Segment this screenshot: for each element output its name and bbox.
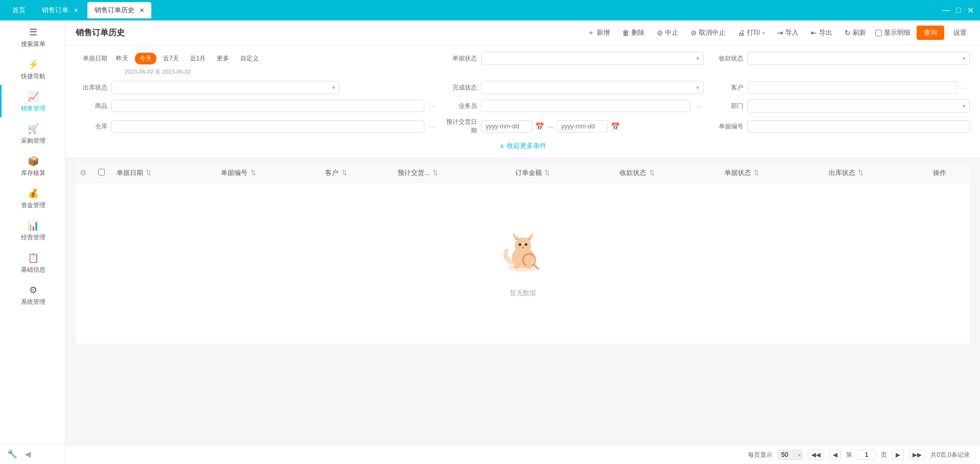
sidebar-item-label-sales-mgmt: 销售管理	[21, 104, 45, 113]
delete-icon: 🗑	[622, 29, 629, 37]
stop-label: 中止	[665, 28, 678, 37]
salesperson-dots[interactable]: ···	[694, 101, 703, 111]
order-no-input[interactable]	[747, 120, 970, 132]
tab-home[interactable]: 首页	[5, 2, 33, 18]
filter-order-no-group: 单据编号	[712, 120, 970, 132]
delivery-end-input[interactable]	[557, 120, 608, 132]
first-page-button[interactable]: ◀◀	[808, 450, 824, 460]
order-no-control	[747, 120, 970, 132]
table-settings-icon[interactable]: ⚙	[80, 168, 86, 177]
sidebar-item-ops-mgmt[interactable]: 📊 经营管理	[0, 214, 65, 246]
delivery-control: 📅 — 📅	[481, 120, 703, 132]
salesperson-input[interactable]	[481, 100, 691, 112]
sidebar-item-sales-mgmt[interactable]: 📈 销售管理	[0, 85, 65, 117]
out-status-select[interactable]: 未出库 部分出库 已出库	[111, 81, 339, 94]
payment-status-select[interactable]: 未收款 部分收款 已收款	[747, 52, 970, 65]
th-out-status-sort-icon[interactable]: ⇅	[858, 169, 863, 176]
minimize-button[interactable]: —	[941, 5, 951, 16]
last-page-button[interactable]: ▶▶	[909, 450, 925, 460]
th-payment-status-sort-icon[interactable]: ⇅	[649, 169, 655, 176]
print-icon: 🖨	[738, 29, 745, 37]
warehouse-input[interactable]	[111, 120, 424, 132]
th-no-sort-icon[interactable]: ⇅	[250, 169, 256, 176]
filter-area: 单据日期 昨天 今天 近7天 近1月 更多 自定义 单据状态	[65, 46, 980, 158]
cancel-stop-button[interactable]: ⊘ 取消中止	[688, 26, 728, 39]
export-button[interactable]: ⇤ 导出	[808, 26, 835, 39]
sidebar-item-search-menu[interactable]: ☰ 搜索菜单	[0, 20, 65, 53]
date-tab-more[interactable]: 更多	[212, 53, 234, 64]
th-settings: ⚙	[76, 163, 94, 183]
delete-button[interactable]: 🗑 删除	[619, 26, 648, 39]
complete-status-select[interactable]: 未完成 已完成	[481, 81, 703, 94]
date-tab-7days[interactable]: 近7天	[158, 53, 184, 64]
import-button[interactable]: ⇥ 导入	[774, 26, 802, 39]
sales-order-tab-close[interactable]: ✕	[74, 7, 78, 14]
page-size-select[interactable]: 10 20 50 100	[778, 450, 803, 460]
customer-input[interactable]	[747, 81, 957, 94]
settings-button[interactable]: 设置	[950, 26, 970, 39]
dept-select[interactable]	[747, 99, 970, 113]
prev-page-button[interactable]: ◀	[829, 450, 841, 460]
customer-dots[interactable]: ···	[960, 83, 970, 93]
table-body: 暂无数据	[76, 183, 970, 344]
sidebar-item-inventory-check[interactable]: 📦 库存核算	[0, 149, 65, 182]
cancel-stop-icon: ⊘	[691, 29, 697, 37]
date-control: 昨天 今天 近7天 近1月 更多 自定义	[111, 53, 437, 64]
sidebar-item-label-funds-mgmt: 资金管理	[21, 201, 45, 210]
sidebar-item-sys-mgmt[interactable]: ⚙ 系统管理	[0, 278, 65, 311]
sales-order-history-tab-close[interactable]: ✕	[140, 7, 144, 14]
th-order-status-sort-icon[interactable]: ⇅	[754, 169, 759, 176]
th-amount-sort-icon[interactable]: ⇅	[544, 169, 550, 176]
goods-dots[interactable]: ···	[427, 101, 437, 111]
collapse-sidebar-icon[interactable]: ◀	[25, 449, 31, 459]
sidebar-item-quick-nav[interactable]: ⚡ 快捷导航	[0, 53, 65, 85]
order-status-label: 单据状态	[445, 54, 481, 63]
warehouse-dots[interactable]: ···	[427, 122, 437, 131]
date-tab-1month[interactable]: 近1月	[186, 53, 211, 64]
show-detail-checkbox-label[interactable]: 显示明细	[875, 28, 910, 37]
select-all-checkbox[interactable]	[98, 169, 105, 175]
payment-status-wrapper: 未收款 部分收款 已收款	[747, 52, 970, 65]
date-tab-yesterday[interactable]: 昨天	[111, 53, 133, 64]
th-no: 单据编号 ⇅	[217, 163, 321, 183]
goods-input[interactable]	[111, 100, 424, 112]
filter-complete-status-group: 完成状态 未完成 已完成	[445, 81, 703, 94]
th-no-label: 单据编号	[221, 169, 247, 176]
date-tab-custom[interactable]: 自定义	[236, 53, 263, 64]
date-range-display: 2023-06-02 至 2023-06-02	[125, 67, 970, 76]
content-area: 销售订单历史 ＋ 新增 🗑 删除 ⊘ 中止 ⊘ 取消中止	[65, 20, 980, 464]
stop-button[interactable]: ⊘ 中止	[654, 26, 681, 39]
delivery-end-calendar-icon[interactable]: 📅	[611, 122, 620, 130]
page-number-input[interactable]	[857, 450, 876, 460]
sidebar-item-purchase-mgmt[interactable]: 🛒 采购管理	[0, 117, 65, 149]
th-customer-sort-icon[interactable]: ⇅	[341, 169, 347, 176]
tab-sales-order-history[interactable]: 销售订单历史 ✕	[87, 2, 151, 18]
empty-state-cell: 暂无数据	[76, 183, 970, 344]
sidebar-item-basic-info[interactable]: 📋 基础信息	[0, 246, 65, 278]
sidebar-item-funds-mgmt[interactable]: 💰 资金管理	[0, 182, 65, 214]
empty-text: 暂无数据	[510, 289, 536, 298]
settings-bottom-icon[interactable]: 🔧	[7, 449, 17, 459]
query-button[interactable]: 查询	[917, 26, 944, 40]
show-detail-checkbox[interactable]	[875, 30, 882, 36]
goods-label: 商品	[76, 102, 111, 111]
print-button[interactable]: 🖨 打印 ▾	[735, 26, 768, 39]
delivery-start-calendar-icon[interactable]: 📅	[535, 122, 544, 130]
th-delivery-sort-icon[interactable]: ⇅	[432, 169, 438, 176]
filter-row-4: 仓库 ··· 预计交货日期 📅 — 📅	[76, 118, 970, 135]
date-tab-today[interactable]: 今天	[135, 53, 156, 64]
salesperson-control: ···	[481, 100, 703, 112]
refresh-button[interactable]: ↻ 刷新	[841, 26, 869, 39]
add-button[interactable]: ＋ 新增	[584, 26, 613, 39]
th-date-sort-icon[interactable]: ⇅	[146, 169, 151, 176]
table-area: ⚙ 单据日期 ⇅ 单据编号 ⇅	[65, 158, 980, 445]
maximize-button[interactable]: □	[955, 5, 962, 16]
next-page-button[interactable]: ▶	[892, 450, 904, 460]
order-status-select[interactable]: 草稿 已审核 已完成	[481, 52, 703, 65]
tab-sales-order[interactable]: 销售订单 ✕	[35, 2, 85, 18]
sales-order-history-tab-label: 销售订单历史	[95, 6, 134, 15]
delivery-start-input[interactable]	[481, 120, 532, 132]
collapse-button[interactable]: ∧ 收起更多条件	[76, 138, 970, 151]
close-button[interactable]: ✕	[966, 5, 975, 16]
sys-mgmt-icon: ⚙	[29, 284, 37, 296]
